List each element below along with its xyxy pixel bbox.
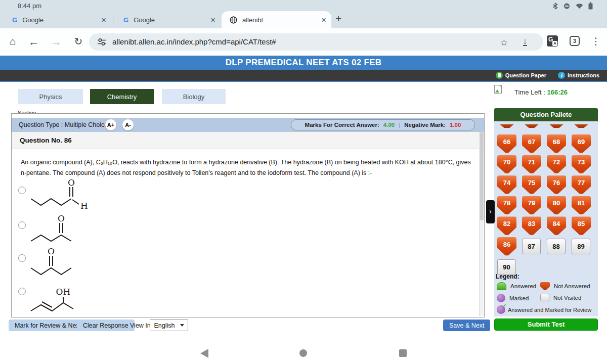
palette-question-78[interactable]: 78 — [497, 196, 516, 215]
palette-question-76[interactable]: 76 — [547, 175, 566, 194]
option-4-structure-pent-3-en-2-ol[interactable]: OH — [28, 279, 94, 317]
tab-title: Google — [134, 16, 205, 24]
negative-mark-value: 1.00 — [450, 122, 461, 128]
marked-shape-icon — [497, 294, 505, 302]
option-1-structure-pentanal[interactable]: O H — [28, 179, 104, 217]
tab-close-icon[interactable]: × — [101, 16, 106, 24]
not-answered-shape-icon — [540, 282, 550, 290]
question-palette-panel: 6667686970717273747576777879808182838485… — [494, 121, 598, 316]
option-2-structure-pentan-2-one[interactable]: O — [28, 214, 94, 249]
question-text: An organic compound (A), C₅H₁₀O, reacts … — [21, 157, 478, 178]
tab-close-icon[interactable]: × — [321, 16, 326, 24]
subject-tab-physics[interactable]: Physics — [18, 89, 83, 104]
home-icon[interactable]: ⌂ — [6, 35, 19, 48]
new-tab-button[interactable]: + — [335, 13, 341, 25]
legend-not-visited: Not Visited — [540, 294, 581, 301]
question-paper-button[interactable]: Question Paper — [496, 72, 546, 79]
palette-question-71[interactable]: 71 — [522, 155, 541, 174]
screen: 8:44 pm G Google × G Google × allenibt ×… — [0, 0, 607, 364]
tab-separator — [113, 16, 113, 24]
option-1-radio[interactable] — [18, 187, 26, 194]
submit-test-button[interactable]: Submit Test — [494, 318, 598, 331]
android-back-button[interactable] — [200, 349, 208, 358]
menu-kebab-icon[interactable]: ⋮ — [589, 35, 602, 47]
tab-close-icon[interactable]: × — [210, 16, 215, 24]
palette-question-70[interactable]: 70 — [497, 155, 516, 174]
palette-clipped-button — [572, 124, 591, 128]
palette-question-72[interactable]: 72 — [547, 155, 566, 174]
palette-question-75[interactable]: 75 — [522, 175, 541, 194]
palette-question-73[interactable]: 73 — [572, 155, 591, 174]
palette-question-66[interactable]: 66 — [497, 134, 516, 153]
site-settings-icon[interactable] — [97, 38, 106, 46]
data-saver-icon — [563, 3, 571, 10]
palette-question-77[interactable]: 77 — [572, 175, 591, 194]
save-and-next-button[interactable]: Save & Next — [443, 320, 490, 331]
palette-question-81[interactable]: 81 — [572, 196, 591, 215]
subject-tab-chemistry[interactable]: Chemistry — [90, 89, 154, 104]
palette-question-87[interactable]: 87 — [522, 239, 541, 254]
forward-icon[interactable]: → — [50, 35, 63, 49]
timer-row: Time Left : 166:26 — [494, 86, 600, 97]
reload-icon[interactable]: ↻ — [72, 35, 85, 48]
translate-icon[interactable]: GA — [547, 35, 558, 47]
answered-marked-shape-icon: ✓ — [497, 305, 505, 314]
clear-response-button[interactable]: Clear Response — [77, 320, 135, 331]
option-2-radio[interactable] — [18, 221, 26, 229]
svg-text:H: H — [80, 201, 88, 211]
question-scrollbar-thumb[interactable] — [480, 132, 484, 220]
browser-toolbar: ⌂ ← → ↻ allenibt.allen.ac.in/index.php?c… — [0, 28, 607, 56]
palette-question-84[interactable]: 84 — [547, 216, 566, 235]
mark-for-review-button[interactable]: Mark for Review & Next — [9, 320, 87, 331]
browser-tab-1[interactable]: G Google × — [4, 11, 111, 28]
url-bar[interactable]: allenibt.allen.ac.in/index.php?cmd=api/C… — [89, 33, 543, 51]
palette-question-67[interactable]: 67 — [522, 134, 541, 153]
palette-question-86[interactable]: 86 — [497, 237, 516, 256]
time-left-label: Time Left : 166:26 — [514, 88, 568, 96]
status-icons — [552, 2, 593, 10]
palette-question-68[interactable]: 68 — [547, 134, 566, 153]
palette-question-79[interactable]: 79 — [522, 196, 541, 215]
subject-tab-biology[interactable]: Biology — [162, 89, 226, 104]
browser-tab-active[interactable]: allenibt × — [222, 11, 331, 28]
tab-title: allenibt — [242, 16, 316, 24]
font-decrease-button[interactable]: A- — [122, 119, 134, 130]
download-icon[interactable]: ↓ — [523, 37, 528, 46]
palette-question-85[interactable]: 85 — [572, 216, 591, 235]
palette-legend: Legend: Answered Not Answered Marked Not… — [496, 273, 597, 280]
option-4-radio[interactable] — [18, 288, 26, 295]
url-text[interactable]: allenibt.allen.ac.in/index.php?cmd=api/C… — [112, 37, 276, 46]
battery-icon — [588, 2, 593, 10]
font-increase-button[interactable]: A+ — [105, 119, 116, 130]
option-3-radio[interactable] — [18, 254, 26, 262]
svg-text:O: O — [68, 179, 75, 188]
palette-question-74[interactable]: 74 — [497, 175, 516, 194]
question-scrollbar[interactable] — [479, 132, 484, 316]
palette-question-89[interactable]: 89 — [572, 239, 590, 254]
test-title: DLP PREMEDICAL NEET ATS 02 FEB — [0, 56, 607, 70]
question-paper-icon — [496, 72, 503, 79]
palette-question-88[interactable]: 88 — [547, 239, 566, 254]
android-home-button[interactable] — [299, 349, 307, 357]
palette-question-82[interactable]: 82 — [497, 216, 516, 235]
palette-collapse-handle[interactable]: › — [486, 200, 495, 223]
browser-tab-2[interactable]: G Google × — [115, 11, 221, 28]
tab-switcher-button[interactable]: 3 — [570, 36, 580, 46]
language-select[interactable]: English — [150, 320, 188, 331]
google-favicon: G — [12, 16, 17, 24]
palette-question-69[interactable]: 69 — [572, 134, 591, 153]
question-number-bar: Question No. 86 — [12, 132, 484, 149]
marks-info-box: Marks For Correct Answer: 4.00 | Negativ… — [291, 119, 475, 130]
instructions-button[interactable]: i Instructions — [558, 72, 599, 79]
back-icon[interactable]: ← — [27, 35, 40, 49]
bookmark-star-icon[interactable]: ☆ — [500, 37, 508, 48]
test-menu-bar: Question Paper i Instructions — [0, 70, 607, 82]
tab-title: Google — [22, 16, 96, 24]
question-number: Question No. 86 — [20, 136, 72, 144]
option-3-structure-pentan-3-one[interactable]: O — [28, 247, 94, 282]
palette-question-80[interactable]: 80 — [547, 196, 566, 215]
palette-clipped-button — [547, 124, 566, 128]
android-recents-button[interactable] — [399, 349, 407, 357]
palette-question-83[interactable]: 83 — [522, 216, 541, 235]
palette-question-90[interactable]: 90 — [497, 259, 516, 275]
